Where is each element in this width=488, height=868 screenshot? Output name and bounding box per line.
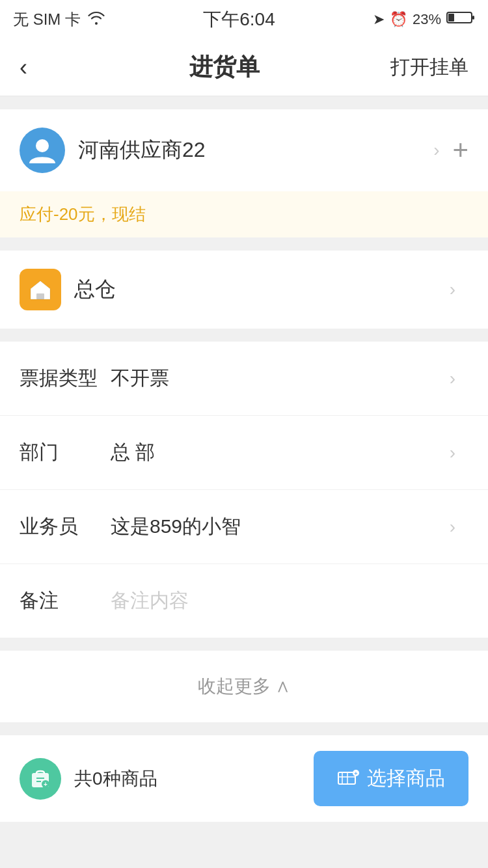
open-pending-button[interactable]: 打开挂单	[390, 54, 468, 81]
collapse-row[interactable]: 收起更多 ∧	[0, 651, 488, 722]
status-left: 无 SIM 卡	[13, 9, 105, 30]
status-right: ➤ ⏰ 23%	[373, 10, 475, 29]
back-button[interactable]: ‹	[20, 54, 59, 81]
svg-point-3	[36, 139, 49, 152]
location-icon: ➤	[373, 11, 385, 28]
alarm-icon: ⏰	[390, 11, 407, 28]
dept-value: 总 部	[98, 439, 450, 466]
bottom-bar: + 共0种商品 + 选择商品	[0, 735, 488, 822]
cart-icon: +	[337, 770, 359, 788]
svg-rect-12	[338, 772, 355, 784]
staff-value: 这是859的小智	[98, 513, 450, 540]
notice-bar: 应付-20元，现结	[0, 191, 488, 237]
warehouse-icon	[20, 269, 61, 310]
svg-rect-2	[472, 16, 474, 20]
invoice-label: 票据类型	[20, 365, 98, 392]
nav-bar: ‹ 进货单 打开挂单	[0, 39, 488, 96]
add-button[interactable]: +	[452, 135, 468, 166]
invoice-chevron-icon: ›	[450, 368, 455, 389]
top-separator	[0, 96, 488, 109]
wifi-icon	[87, 10, 105, 29]
carrier-label: 无 SIM 卡	[13, 9, 81, 30]
warehouse-row[interactable]: 总仓 ›	[0, 251, 488, 329]
goods-count: 共0种商品	[74, 766, 301, 791]
notice-text: 应付-20元，现结	[20, 204, 146, 224]
form-section: 票据类型 不开票 › 部门 总 部 › 业务员 这是859的小智 › 备注 备注…	[0, 342, 488, 638]
svg-rect-6	[36, 293, 44, 299]
svg-text:+: +	[354, 770, 357, 777]
supplier-name: 河南供应商22	[78, 136, 433, 165]
svg-rect-1	[448, 14, 454, 21]
section-divider-1	[0, 237, 488, 251]
warehouse-chevron-icon: ›	[450, 279, 455, 300]
select-goods-button[interactable]: + 选择商品	[314, 751, 468, 806]
page-title: 进货单	[189, 51, 260, 83]
staff-label: 业务员	[20, 513, 98, 540]
invoice-row[interactable]: 票据类型 不开票 ›	[0, 342, 488, 416]
remark-row[interactable]: 备注 备注内容	[0, 564, 488, 638]
status-time: 下午6:04	[203, 7, 275, 32]
remark-label: 备注	[20, 588, 98, 614]
staff-chevron-icon: ›	[450, 517, 455, 537]
status-bar: 无 SIM 卡 下午6:04 ➤ ⏰ 23%	[0, 0, 488, 39]
warehouse-name: 总仓	[74, 275, 450, 304]
goods-icon: +	[20, 758, 61, 800]
svg-text:+: +	[44, 781, 47, 788]
remark-input[interactable]: 备注内容	[98, 588, 468, 614]
collapse-label: 收起更多 ∧	[198, 674, 291, 699]
invoice-value: 不开票	[98, 365, 450, 392]
dept-chevron-icon: ›	[450, 442, 455, 463]
dept-row[interactable]: 部门 总 部 ›	[0, 416, 488, 490]
supplier-avatar	[20, 128, 65, 173]
supplier-section: 河南供应商22 › + 应付-20元，现结	[0, 109, 488, 237]
dept-label: 部门	[20, 439, 98, 466]
staff-row[interactable]: 业务员 这是859的小智 ›	[0, 490, 488, 564]
supplier-chevron-icon: ›	[433, 140, 439, 161]
supplier-row[interactable]: 河南供应商22 › +	[0, 109, 488, 191]
battery-label: 23%	[413, 11, 441, 28]
battery-icon	[446, 10, 475, 29]
select-goods-label: 选择商品	[367, 765, 445, 792]
